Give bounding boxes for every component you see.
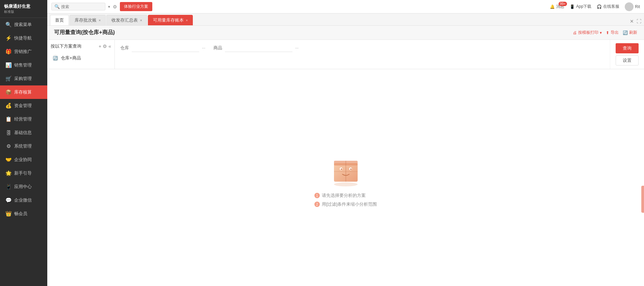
sidebar-scroll: 🔍 搜索菜单 ⚡ 快捷导航 🎁 营销推广 📊 销售管理 🛒 采购管理 📦 库存核…: [0, 18, 47, 286]
scheme-panel: 按以下方案查询 + ⚙ « 🔄 仓库+商品: [47, 40, 115, 69]
export-button[interactable]: ⬆ 导出: [606, 30, 619, 35]
product-more-button[interactable]: ···: [295, 46, 299, 50]
tab-collection-close[interactable]: ×: [140, 18, 142, 22]
sidebar-item-label: 畅会员: [14, 211, 27, 217]
topbar: 🔍 ▾ ⚙ 体验行业方案 🔔 消息 99+ 📱 App下载 🎧 在线客服 Rit: [47, 0, 644, 14]
sidebar-item-label: 系统管理: [14, 143, 32, 149]
sidebar-item-label: 企业微信: [14, 197, 32, 203]
chevron-down-icon[interactable]: ▾: [108, 4, 110, 9]
settings-icon[interactable]: ⚙: [113, 4, 117, 9]
tab-available-label: 可用量库存账本: [153, 17, 184, 23]
sidebar-item-appstore[interactable]: 📱 应用中心: [0, 180, 47, 193]
tab-available-close[interactable]: ×: [186, 18, 188, 22]
sidebar-item-label: 搜索菜单: [14, 22, 32, 28]
scheme-panel-actions: + ⚙ «: [99, 44, 111, 49]
close-window-button[interactable]: ✕: [630, 19, 634, 24]
chevron-down-icon-print[interactable]: ▾: [600, 30, 602, 35]
money-icon: 💰: [5, 103, 11, 109]
empty-illustration: [326, 148, 366, 188]
product-filter: 商品 ···: [213, 44, 299, 52]
sidebar-item-label: 基础信息: [14, 130, 32, 136]
sidebar-item-wechat[interactable]: 💬 企业微信: [0, 193, 47, 207]
online-service-button[interactable]: 🎧 在线客服: [597, 4, 619, 9]
sidebar-item-search[interactable]: 🔍 搜索菜单: [0, 18, 47, 31]
user-info[interactable]: Rit: [625, 2, 640, 11]
cart-icon: 🛒: [5, 76, 11, 82]
sidebar-item-sales[interactable]: 📊 销售管理: [0, 58, 47, 72]
notification-badge: 99+: [559, 2, 567, 6]
sidebar-item-inventory[interactable]: 📦 库存核算: [0, 85, 47, 99]
sidebar-item-shortcut[interactable]: ⚡ 快捷导航: [0, 31, 47, 45]
sidebar-item-operation[interactable]: 📋 经营管理: [0, 112, 47, 126]
print-template-button[interactable]: 🖨 按模板打印 ▾: [573, 30, 602, 35]
export-icon: ⬆: [606, 30, 609, 35]
window-controls: ✕ ⛶: [630, 19, 641, 25]
empty-tips: 1 请先选择要分析的方案 2 用[过滤]条件来缩小分析范围: [314, 192, 377, 207]
filter-area: 仓库 ··· 商品 ···: [115, 40, 610, 69]
page-header-actions: 🖨 按模板打印 ▾ ⬆ 导出 🔄 刷新: [573, 30, 637, 35]
tab-batch[interactable]: 库存批次账 ×: [70, 15, 106, 25]
sidebar-item-finance[interactable]: 💰 资金管理: [0, 99, 47, 112]
tab-available[interactable]: 可用量库存账本 ×: [148, 15, 193, 25]
sidebar-logo: 畅康通好生意 标准版: [0, 0, 47, 18]
tab-home-label: 首页: [55, 17, 64, 23]
tip-number-2: 2: [314, 202, 320, 207]
sidebar-item-marketing[interactable]: 🎁 营销推广: [0, 45, 47, 58]
scroll-indicator: [641, 186, 644, 213]
query-button[interactable]: 查询: [616, 43, 639, 53]
scheme-item-warehouse-product[interactable]: 🔄 仓库+商品: [47, 52, 114, 64]
sidebar-item-label: 资金管理: [14, 103, 32, 109]
sidebar-item-newbie[interactable]: 🌟 新手引导: [0, 166, 47, 180]
page-header: 可用量查询(按仓库+商品) 🖨 按模板打印 ▾ ⬆ 导出 🔄 刷新: [47, 26, 644, 40]
topbar-right: 🔔 消息 99+ 📱 App下载 🎧 在线客服 Rit: [550, 2, 640, 11]
sidebar-item-system[interactable]: ⚙ 系统管理: [0, 139, 47, 153]
add-scheme-button[interactable]: +: [99, 44, 101, 49]
app-download-button[interactable]: 📱 App下载: [570, 4, 591, 9]
svg-point-8: [334, 182, 358, 186]
bell-icon: 🔔: [550, 4, 555, 9]
sidebar-item-member[interactable]: 👑 畅会员: [0, 207, 47, 220]
printer-icon: 🖨: [573, 30, 577, 35]
app-subtitle: 标准版: [4, 9, 43, 14]
notification-button[interactable]: 🔔 消息 99+: [550, 4, 564, 9]
warehouse-input[interactable]: [132, 44, 199, 52]
app-download-label: App下载: [576, 4, 591, 9]
refresh-button[interactable]: 🔄 刷新: [623, 30, 637, 35]
empty-tip-2: 2 用[过滤]条件来缩小分析范围: [314, 201, 377, 207]
filter-row: 仓库 ··· 商品 ···: [120, 44, 604, 52]
warehouse-more-button[interactable]: ···: [202, 46, 205, 50]
print-template-label: 按模板打印: [578, 30, 598, 35]
sidebar-item-basic[interactable]: 🗄 基础信息: [0, 126, 47, 139]
chart-icon: 📊: [5, 62, 11, 68]
search-icon: 🔍: [5, 22, 11, 28]
main-content: 🔍 ▾ ⚙ 体验行业方案 🔔 消息 99+ 📱 App下载 🎧 在线客服 Rit: [47, 0, 644, 286]
crown-icon: 👑: [5, 211, 11, 217]
product-input[interactable]: [225, 44, 292, 52]
sidebar-item-label: 销售管理: [14, 62, 32, 68]
sidebar-item-label: 新手引导: [14, 170, 32, 176]
tip-text-1: 请先选择要分析的方案: [322, 192, 366, 199]
warehouse-label: 仓库: [120, 45, 129, 51]
scheme-dot: 🔄: [52, 55, 59, 61]
box-icon: 📦: [5, 89, 11, 95]
sidebar-item-enterprise[interactable]: 🤝 企业协同: [0, 153, 47, 166]
search-input[interactable]: [61, 4, 95, 9]
maximize-window-button[interactable]: ⛶: [637, 19, 641, 24]
collapse-panel-button[interactable]: «: [108, 44, 111, 49]
tab-home[interactable]: 首页: [50, 15, 69, 25]
user-name: Rit: [635, 4, 640, 9]
svg-point-7: [350, 168, 352, 170]
scheme-settings-button[interactable]: ⚙: [103, 44, 107, 49]
database-icon: 🗄: [5, 130, 11, 136]
sidebar-item-label: 采购管理: [14, 76, 32, 82]
search-box[interactable]: 🔍: [51, 3, 105, 10]
gift-icon: 🎁: [5, 49, 11, 55]
tab-collection[interactable]: 收发存汇总表 ×: [106, 15, 147, 25]
handshake-icon: 🤝: [5, 157, 11, 163]
industry-solution-button[interactable]: 体验行业方案: [120, 2, 152, 11]
app-title: 畅康通好生意: [4, 3, 43, 9]
sidebar-item-label: 营销推广: [14, 49, 32, 55]
settings-button[interactable]: 设置: [616, 55, 639, 66]
tab-batch-close[interactable]: ×: [99, 18, 101, 22]
sidebar-item-purchase[interactable]: 🛒 采购管理: [0, 72, 47, 85]
